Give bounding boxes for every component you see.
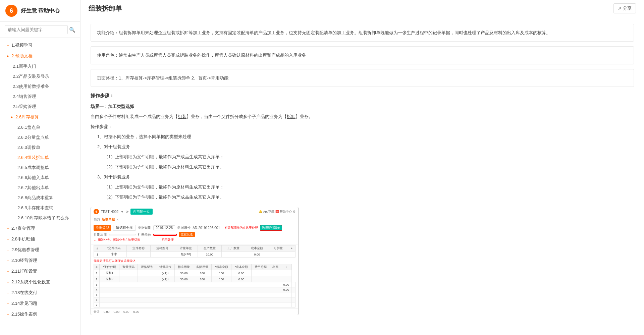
ss-footer-label: 合计 (94, 310, 100, 314)
ss-store2-input[interactable] (153, 234, 177, 236)
nav-item-215[interactable]: ＋ 2.15操作案例 (0, 309, 80, 320)
nav-item-211-label[interactable]: ＋ 2.11打印设置 (0, 266, 80, 277)
table-row: 7 (94, 302, 296, 308)
expand-icon-215: ＋ (5, 312, 10, 317)
share-button[interactable]: ↗ 分享 (613, 3, 636, 13)
nav-item-210[interactable]: ＋ 2.10经营管理 (0, 255, 80, 266)
sidebar-item-21[interactable]: 2.1新手入门 (0, 61, 80, 71)
nav-item-214[interactable]: ＋ 2.14常见问题 (0, 298, 80, 309)
ss-form-row1: 单据类型 请选择仓库 单据日期 2019-12-26 单据编号 AD-20191… (94, 225, 296, 231)
nav-item-210-label[interactable]: ＋ 2.10经营管理 (0, 255, 80, 266)
nav-item-29-text: 2.9优惠券管理 (11, 247, 39, 253)
nav-item-26-text: 2.6库存核算 (15, 114, 39, 120)
nav-item-214-label[interactable]: ＋ 2.14常见问题 (0, 298, 80, 309)
ss-t2-r2c3 (138, 276, 156, 282)
table-row: 5 (94, 292, 296, 297)
ss-prev-page-btn[interactable]: 向前翻一页 (130, 209, 153, 215)
nav-item-28[interactable]: ＋ 2.8手机旺铺 (0, 234, 80, 244)
nav-item-215-label[interactable]: ＋ 2.15操作案例 (0, 309, 80, 320)
nav-item-29-label[interactable]: ＋ 2.9优惠券管理 (0, 244, 80, 255)
ss-date-label: 单据日期 (138, 225, 151, 230)
ss-titlebar: 6 TEST-H002 ▼ ⟳ 向前翻一页 🔔 App下载 🆘 帮助中心 ⚙ (91, 207, 298, 216)
nav-item-213[interactable]: ＋ 2.13在线支付 (0, 287, 80, 298)
ss-t1-r1c4: 瓶(×10) (174, 252, 198, 258)
search-input[interactable] (5, 25, 68, 34)
ss-t2-r1c11 (281, 270, 291, 276)
ss-nav-x[interactable]: ✕ (116, 218, 119, 221)
ss-t2-r2c10 (270, 276, 281, 282)
nav-item-video-label[interactable]: ＋ 1.视频学习 (0, 40, 80, 51)
nav-item-docs-label[interactable]: ● 2.帮助文档 (0, 51, 80, 61)
ss-annotation4: 无固定清单可以随便在这里录入 (94, 259, 296, 263)
expand-icon-212: ＋ (5, 280, 10, 284)
sidebar-item-266[interactable]: 2.6.6其他入库单 (0, 173, 80, 183)
ss-warehouse-select[interactable]: 请选择仓库 (113, 225, 136, 231)
search-button[interactable]: 🔍 (69, 27, 75, 33)
sidebar-item-22[interactable]: 2.2产品安装及登录 (0, 71, 80, 81)
label-assembly: 组装 (178, 114, 186, 119)
nav-item-27-label[interactable]: ＋ 2.7资金管理 (0, 223, 80, 234)
logo-text: 好生意 帮助中心 (21, 7, 60, 14)
step1: 1、根据不同的业务，选择不同单据的类型来处理 (91, 132, 634, 141)
step2: 2、对于组装业务 (91, 143, 634, 151)
nav-item-211[interactable]: ＋ 2.11打印设置 (0, 266, 80, 277)
sidebar-item-263[interactable]: 2.6.3调拨单 (0, 143, 80, 153)
ss-t2-col3: 规格型号 (138, 264, 156, 270)
nav-item-212-label[interactable]: ＋ 2.12系统个性化设置 (0, 277, 80, 287)
ss-t2-r2c2 (119, 276, 138, 282)
nav-item-28-label[interactable]: ＋ 2.8手机旺铺 (0, 234, 80, 244)
ss-t2-r7-empty (100, 302, 292, 308)
nav-item-video[interactable]: ＋ 1.视频学习 (0, 40, 80, 51)
ss-t1-r1c1: 米水 (101, 252, 127, 258)
sidebar-item-262[interactable]: 2.6.2分量盘点单 (0, 132, 80, 143)
sidebar-item-261[interactable]: 2.6.1盘点单 (0, 122, 80, 132)
ss-store-input[interactable] (109, 234, 136, 235)
ss-t2-r4c0: 4 (94, 287, 100, 292)
sidebar-item-264[interactable]: 2.6.4组装拆卸单 (0, 153, 80, 163)
ss-annotation1: 有装配清单的在这里处理 (225, 226, 258, 230)
sidebar-item-25[interactable]: 2.5采购管理 (0, 102, 80, 112)
nav-item-docs[interactable]: ● 2.帮助文档 2.1新手入门 2.2产品安装及登录 2.3使用前数据准备 2… (0, 51, 80, 223)
sidebar-item-268[interactable]: 2.6.8商品成本重算 (0, 193, 80, 203)
table-row: 1 米水 瓶(×10) 10.00 0.00 (94, 252, 296, 258)
ss-date-val: 2019-12-26 (153, 225, 175, 230)
step2-1: （1）上部明细为父件明细，最终作为产成品生成其它入库单； (91, 153, 634, 161)
ss-btn3[interactable]: 选择配料清单 (260, 225, 282, 231)
ss-t2-r3c11: 0.00 (281, 282, 291, 287)
ss-t2-r2c0: 2 (94, 276, 100, 282)
sidebar-item-269[interactable]: 2.6.9库存账本查询 (0, 203, 80, 213)
ss-nav-home[interactable]: 自营 (94, 217, 100, 222)
ss-form-row2: 往期出库 往来单位 立案发送 (94, 232, 296, 237)
ss-topbar-refresh: ⟳ (126, 210, 128, 214)
expand-icon-26: ● (9, 115, 14, 119)
ss-footer: 合计 0.00 0.00 0.00 0.00 (91, 308, 298, 315)
nav-item-26[interactable]: ● 2.6库存核算 2.6.1盘点单 2.6.2分量盘点单 2.6.3调拨单 2… (0, 112, 80, 223)
ss-t1-col8: 可拆量 (269, 245, 288, 252)
expand-icon-213: ＋ (5, 290, 10, 295)
nav-item-212-text: 2.12系统个性化设置 (11, 279, 50, 285)
ss-type-select[interactable]: 单据类型 (94, 225, 111, 231)
ss-t2-r2c6: 100 (193, 276, 212, 282)
ss-topbar-id: TEST-H002 (101, 210, 118, 214)
nav-item-214-text: 2.14常见问题 (11, 300, 37, 306)
sidebar-item-267[interactable]: 2.6.7其他出库单 (0, 183, 80, 193)
nav-item-28-text: 2.8手机旺铺 (11, 236, 35, 242)
ss-t2-col0: # (94, 264, 100, 270)
page-title: 组装拆卸单 (89, 4, 122, 13)
ss-t2-r1c5: 30.00 (175, 270, 193, 276)
ss-t1-col5: 生产数量 (198, 245, 222, 252)
nav-item-213-label[interactable]: ＋ 2.13在线支付 (0, 287, 80, 298)
nav-item-212[interactable]: ＋ 2.12系统个性化设置 (0, 277, 80, 287)
sidebar-item-265[interactable]: 2.6.5成本调整单 (0, 163, 80, 173)
sidebar-item-23[interactable]: 2.3使用前数据准备 (0, 81, 80, 92)
nav-item-27[interactable]: ＋ 2.7资金管理 (0, 223, 80, 234)
nav-item-29[interactable]: ＋ 2.9优惠券管理 (0, 244, 80, 255)
sidebar-item-2610[interactable]: 2.6.10库存账本错了怎么办 (0, 213, 80, 223)
ss-nav-active[interactable]: 新增单据 (102, 217, 115, 222)
share-label: 分享 (623, 5, 632, 11)
main-content: 组装拆卸单 ↗ 分享 功能介绍：组装拆卸单用来处理企业组装或拆卸等加工业务，支持… (80, 0, 644, 335)
ss-apply-btn[interactable]: 立案发送 (179, 232, 195, 237)
nav-item-26-label[interactable]: ● 2.6库存核算 (0, 112, 80, 122)
sidebar-item-24[interactable]: 2.4销售管理 (0, 92, 80, 102)
ss-t2-r3-empty (100, 282, 281, 287)
